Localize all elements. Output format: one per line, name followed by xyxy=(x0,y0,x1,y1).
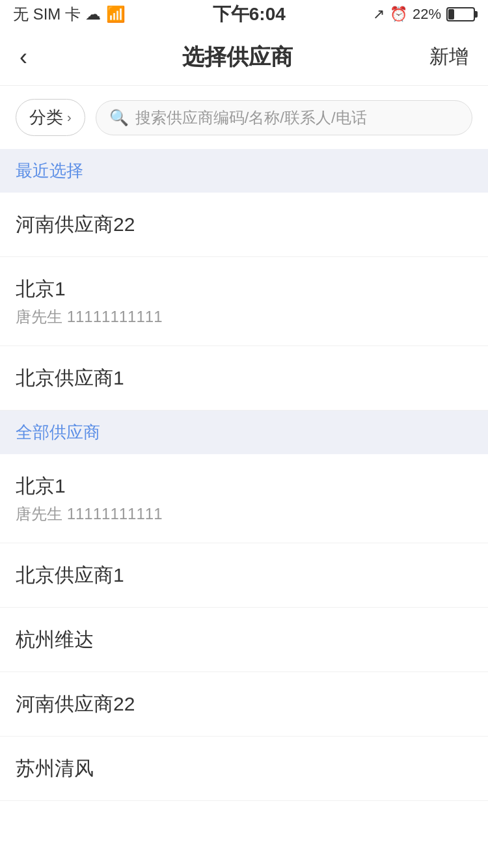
item-name: 北京供应商1 xyxy=(16,562,472,589)
all-list-item[interactable]: 河南供应商22 xyxy=(0,672,488,737)
recent-list-item[interactable]: 河南供应商22 xyxy=(0,193,488,257)
item-sub: 唐先生 11111111111 xyxy=(16,504,472,524)
location-icon: ↗ xyxy=(373,6,385,23)
status-bar: 无 SIM 卡 ☁ 📶 下午6:04 ↗ ⏰ 22% xyxy=(0,0,488,29)
back-button[interactable]: ‹ xyxy=(20,44,59,71)
wifi-icon: 📶 xyxy=(106,5,126,23)
add-button[interactable]: 新增 xyxy=(416,44,468,70)
nav-bar: ‹ 选择供应商 新增 xyxy=(0,29,488,86)
all-section-header: 全部供应商 xyxy=(0,411,488,454)
status-right: ↗ ⏰ 22% xyxy=(373,6,475,23)
item-name: 苏州清风 xyxy=(16,755,472,782)
search-placeholder: 搜索供应商编码/名称/联系人/电话 xyxy=(135,107,367,128)
recent-section-header: 最近选择 xyxy=(0,149,488,193)
all-list-item[interactable]: 苏州清风 xyxy=(0,737,488,801)
search-box[interactable]: 🔍 搜索供应商编码/名称/联系人/电话 xyxy=(96,100,472,135)
recent-list-item[interactable]: 北京1 唐先生 11111111111 xyxy=(0,257,488,346)
nav-title: 选择供应商 xyxy=(182,42,293,72)
item-name: 杭州维达 xyxy=(16,626,472,653)
item-name: 河南供应商22 xyxy=(16,211,472,238)
all-list-item[interactable]: 杭州维达 xyxy=(0,608,488,672)
all-list-item[interactable]: 北京供应商1 xyxy=(0,543,488,608)
battery-icon xyxy=(446,7,475,21)
item-name: 北京1 xyxy=(16,275,472,303)
filter-bar: 分类 › 🔍 搜索供应商编码/名称/联系人/电话 xyxy=(0,86,488,149)
recent-list: 河南供应商22 北京1 唐先生 11111111111北京供应商1 xyxy=(0,193,488,411)
sim-status: 无 SIM 卡 ☁ xyxy=(13,4,101,25)
status-time: 下午6:04 xyxy=(213,2,286,27)
item-name: 北京1 xyxy=(16,472,472,500)
item-sub: 唐先生 11111111111 xyxy=(16,306,472,327)
recent-list-item[interactable]: 北京供应商1 xyxy=(0,346,488,411)
chevron-right-icon: › xyxy=(67,110,72,125)
battery-percent: 22% xyxy=(413,6,441,23)
all-list: 北京1 唐先生 11111111111北京供应商1 杭州维达 河南供应商22 苏… xyxy=(0,454,488,801)
category-label: 分类 xyxy=(29,106,63,129)
search-icon: 🔍 xyxy=(109,109,129,127)
item-name: 北京供应商1 xyxy=(16,364,472,392)
all-list-item[interactable]: 北京1 唐先生 11111111111 xyxy=(0,454,488,543)
alarm-icon: ⏰ xyxy=(390,6,407,23)
item-name: 河南供应商22 xyxy=(16,690,472,718)
status-left: 无 SIM 卡 ☁ 📶 xyxy=(13,4,126,25)
category-button[interactable]: 分类 › xyxy=(16,99,85,136)
